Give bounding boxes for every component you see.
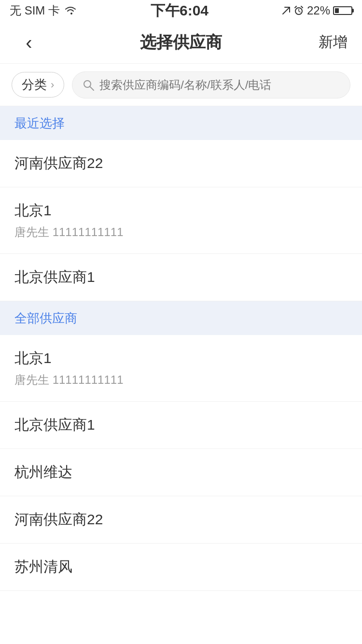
location-icon — [282, 6, 291, 15]
item-name: 苏州清风 — [14, 557, 348, 577]
list-item[interactable]: 北京供应商1 — [0, 254, 362, 301]
recent-section-header: 最近选择 — [0, 106, 362, 140]
add-button[interactable]: 新增 — [319, 32, 348, 52]
battery-icon — [333, 6, 352, 15]
item-sub: 唐先生 11111111111 — [14, 372, 348, 388]
recent-section-title: 最近选择 — [14, 115, 65, 132]
item-name: 北京供应商1 — [14, 415, 348, 435]
battery-percentage: 22% — [307, 4, 330, 17]
search-input[interactable] — [99, 78, 340, 92]
svg-line-2 — [90, 86, 94, 90]
list-item[interactable]: 北京供应商1 — [0, 402, 362, 449]
back-button[interactable]: ‹ — [14, 28, 43, 57]
status-left: 无 SIM 卡 — [10, 3, 77, 18]
list-item[interactable]: 河南供应商22 — [0, 496, 362, 544]
list-item[interactable]: 杭州维达 — [0, 449, 362, 496]
back-icon: ‹ — [26, 33, 32, 52]
all-items-list: 北京1 唐先生 11111111111 北京供应商1 杭州维达 河南供应商22 … — [0, 335, 362, 591]
page-title: 选择供应商 — [140, 31, 222, 54]
item-name: 北京供应商1 — [14, 267, 348, 287]
item-name: 杭州维达 — [14, 462, 348, 482]
alarm-icon — [293, 5, 304, 16]
list-item[interactable]: 苏州清风 — [0, 544, 362, 591]
category-button[interactable]: 分类 › — [12, 72, 64, 98]
item-name: 河南供应商22 — [14, 510, 348, 530]
list-item[interactable]: 北京1 唐先生 11111111111 — [0, 335, 362, 402]
item-name: 北京1 — [14, 349, 348, 368]
filter-bar: 分类 › — [0, 64, 362, 106]
list-item[interactable]: 河南供应商22 — [0, 140, 362, 187]
list-item[interactable]: 北京1 唐先生 11111111111 — [0, 187, 362, 254]
status-time: 下午6:04 — [151, 1, 209, 21]
no-sim-text: 无 SIM 卡 — [10, 3, 60, 18]
all-section-header: 全部供应商 — [0, 301, 362, 335]
wifi-icon — [64, 6, 77, 15]
search-icon — [82, 79, 95, 91]
search-box[interactable] — [72, 71, 350, 98]
status-right: 22% — [282, 4, 352, 17]
status-bar: 无 SIM 卡 下午6:04 22% — [0, 0, 362, 21]
category-label: 分类 — [22, 76, 47, 93]
nav-bar: ‹ 选择供应商 新增 — [0, 21, 362, 64]
recent-items-list: 河南供应商22 北京1 唐先生 11111111111 北京供应商1 — [0, 140, 362, 301]
item-name: 北京1 — [14, 201, 348, 221]
item-name: 河南供应商22 — [14, 154, 348, 173]
category-arrow-icon: › — [51, 79, 54, 91]
item-sub: 唐先生 11111111111 — [14, 224, 348, 240]
all-section-title: 全部供应商 — [14, 310, 77, 327]
